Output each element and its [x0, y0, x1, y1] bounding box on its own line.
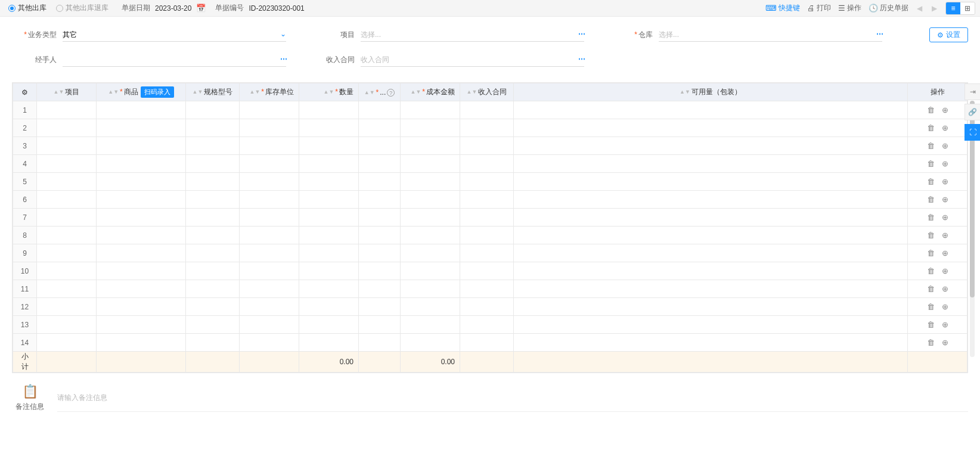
income-contract-input[interactable]: [361, 53, 584, 66]
cell-project[interactable]: [37, 244, 97, 262]
cell-extra[interactable]: [359, 191, 401, 209]
cell-project[interactable]: [37, 280, 97, 298]
cell-unit[interactable]: [240, 209, 299, 227]
add-icon[interactable]: ⊕: [942, 106, 948, 114]
cell-project[interactable]: [37, 227, 97, 244]
delete-icon[interactable]: 🗑: [927, 123, 935, 132]
delete-icon[interactable]: 🗑: [927, 284, 935, 293]
help-icon[interactable]: ?: [387, 89, 395, 97]
table-row[interactable]: 1 🗑 ⊕: [13, 101, 967, 119]
cell-spec[interactable]: [186, 155, 240, 173]
delete-icon[interactable]: 🗑: [927, 338, 935, 347]
radio-other-outbound-return[interactable]: 其他出库退库: [52, 3, 112, 13]
next-arrow-icon[interactable]: ▶: [931, 4, 938, 13]
cell-cost[interactable]: [401, 334, 460, 352]
delete-icon[interactable]: 🗑: [927, 213, 935, 222]
cell-available[interactable]: [514, 137, 908, 155]
cell-project[interactable]: [37, 209, 97, 227]
more-icon[interactable]: ⋯: [578, 30, 584, 38]
cell-income[interactable]: [460, 316, 514, 334]
cell-income[interactable]: [460, 244, 514, 262]
cell-cost[interactable]: [401, 191, 460, 209]
cell-available[interactable]: [514, 209, 908, 227]
table-row[interactable]: 3 🗑 ⊕: [13, 137, 967, 155]
cell-spec[interactable]: [186, 334, 240, 352]
add-icon[interactable]: ⊕: [942, 213, 948, 222]
cell-extra[interactable]: [359, 119, 401, 137]
add-icon[interactable]: ⊕: [942, 177, 948, 186]
col-qty[interactable]: ▲▼*数量: [299, 83, 359, 101]
add-icon[interactable]: ⊕: [942, 123, 948, 132]
cell-income[interactable]: [460, 137, 514, 155]
delete-icon[interactable]: 🗑: [927, 266, 935, 275]
cell-unit[interactable]: [240, 280, 299, 298]
col-unit[interactable]: ▲▼*库存单位: [240, 83, 299, 101]
cell-cost[interactable]: [401, 298, 460, 316]
col-available[interactable]: ▲▼可用量（包装）: [514, 83, 908, 101]
cell-project[interactable]: [37, 101, 97, 119]
cell-available[interactable]: [514, 316, 908, 334]
delete-icon[interactable]: 🗑: [927, 159, 935, 168]
cell-available[interactable]: [514, 280, 908, 298]
delete-icon[interactable]: 🗑: [927, 320, 935, 329]
cell-income[interactable]: [460, 155, 514, 173]
cell-income[interactable]: [460, 209, 514, 227]
cell-income[interactable]: [460, 298, 514, 316]
cell-cost[interactable]: [401, 137, 460, 155]
cell-spec[interactable]: [186, 209, 240, 227]
cell-product[interactable]: [97, 280, 186, 298]
operate-button[interactable]: ☰ 操作: [838, 3, 861, 13]
delete-icon[interactable]: 🗑: [927, 231, 935, 240]
add-icon[interactable]: ⊕: [942, 338, 948, 347]
table-settings-button[interactable]: ⚙: [13, 83, 37, 101]
cell-qty[interactable]: [299, 101, 359, 119]
biz-type-input[interactable]: [63, 28, 286, 41]
delete-icon[interactable]: 🗑: [927, 141, 935, 150]
cell-extra[interactable]: [359, 280, 401, 298]
table-row[interactable]: 12 🗑 ⊕: [13, 298, 967, 316]
cell-product[interactable]: [97, 298, 186, 316]
rail-fullscreen-button[interactable]: ⛶: [965, 124, 980, 141]
cell-product[interactable]: [97, 334, 186, 352]
cell-spec[interactable]: [186, 119, 240, 137]
table-row[interactable]: 6 🗑 ⊕: [13, 191, 967, 209]
cell-available[interactable]: [514, 119, 908, 137]
cell-product[interactable]: [97, 262, 186, 280]
cell-unit[interactable]: [240, 173, 299, 191]
add-icon[interactable]: ⊕: [942, 249, 948, 258]
cell-product[interactable]: [97, 173, 186, 191]
cell-extra[interactable]: [359, 316, 401, 334]
date-value[interactable]: 2023-03-20: [155, 4, 191, 13]
cell-project[interactable]: [37, 173, 97, 191]
cell-income[interactable]: [460, 227, 514, 244]
add-icon[interactable]: ⊕: [942, 302, 948, 311]
cell-qty[interactable]: [299, 155, 359, 173]
cell-cost[interactable]: [401, 262, 460, 280]
cell-unit[interactable]: [240, 316, 299, 334]
project-input[interactable]: [361, 28, 584, 41]
cell-available[interactable]: [514, 155, 908, 173]
cell-unit[interactable]: [240, 101, 299, 119]
cell-unit[interactable]: [240, 155, 299, 173]
cell-cost[interactable]: [401, 209, 460, 227]
col-project[interactable]: ▲▼项目: [37, 83, 97, 101]
cell-extra[interactable]: [359, 334, 401, 352]
calendar-icon[interactable]: 📅: [196, 4, 206, 13]
cell-qty[interactable]: [299, 227, 359, 244]
cell-cost[interactable]: [401, 119, 460, 137]
cell-product[interactable]: [97, 155, 186, 173]
more-icon[interactable]: ⋯: [280, 55, 286, 63]
cell-extra[interactable]: [359, 137, 401, 155]
cell-available[interactable]: [514, 227, 908, 244]
cell-spec[interactable]: [186, 298, 240, 316]
cell-extra[interactable]: [359, 244, 401, 262]
cell-spec[interactable]: [186, 244, 240, 262]
table-row[interactable]: 14 🗑 ⊕: [13, 334, 967, 352]
cell-product[interactable]: [97, 101, 186, 119]
cell-project[interactable]: [37, 119, 97, 137]
cell-qty[interactable]: [299, 298, 359, 316]
cell-spec[interactable]: [186, 262, 240, 280]
cell-income[interactable]: [460, 262, 514, 280]
cell-product[interactable]: [97, 316, 186, 334]
cell-available[interactable]: [514, 191, 908, 209]
